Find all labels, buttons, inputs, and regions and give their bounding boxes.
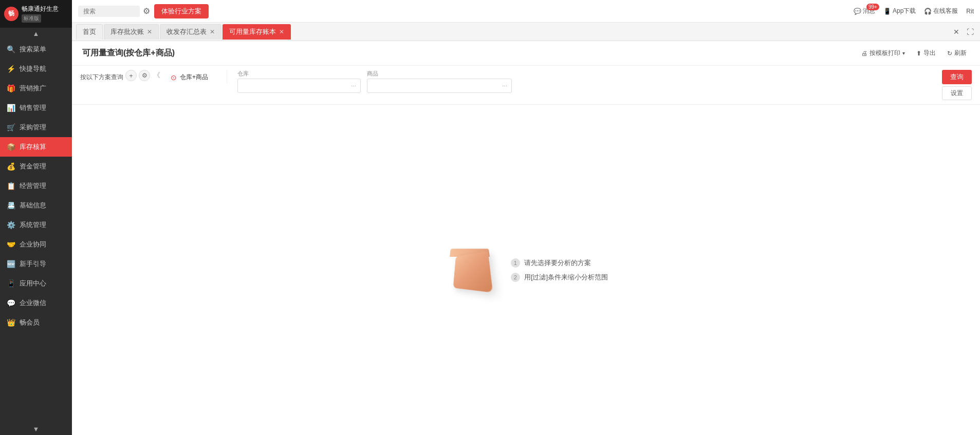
appcenter-icon: 📱 — [6, 279, 15, 288]
tab-summary[interactable]: 收发存汇总表 ✕ — [160, 24, 221, 40]
topbar-left: ⚙ — [78, 6, 150, 17]
tab-summary-close[interactable]: ✕ — [210, 28, 215, 35]
sidebar-item-search[interactable]: 🔍 搜索菜单 — [0, 40, 72, 59]
main-area: ⚙ 体验行业方案 💬 消息 99+ 📱 App下载 🎧 在线客服 Rit 首页 — [72, 0, 980, 435]
scheme-item-warehouse-goods[interactable]: ⊙ 仓库+商品 — [165, 71, 220, 84]
warehouse-more-icon[interactable]: ··· — [351, 82, 356, 89]
tab-home[interactable]: 首页 — [76, 24, 103, 40]
sidebar-item-wechat[interactable]: 💬 企业微信 — [0, 293, 72, 313]
online-service-link[interactable]: 🎧 在线客服 — [924, 7, 958, 15]
sidebar-item-basic[interactable]: 📇 基础信息 — [0, 196, 72, 215]
basic-icon: 📇 — [6, 201, 15, 210]
tab-available[interactable]: 可用量库存账本 ✕ — [223, 24, 291, 40]
goods-input[interactable] — [372, 82, 500, 89]
tab-batch-label: 库存批次账 — [110, 27, 144, 36]
sidebar-item-purchase[interactable]: 🛒 采购管理 — [0, 118, 72, 137]
scroll-down-btn[interactable]: ▼ — [0, 423, 72, 435]
empty-tip-2: 2 用[过滤]条件来缩小分析范围 — [511, 273, 608, 282]
app-download-link[interactable]: 📱 App下载 — [883, 7, 916, 15]
sidebar-item-marketing[interactable]: 🎁 营销推广 — [0, 79, 72, 98]
sidebar-item-member[interactable]: 👑 畅会员 — [0, 313, 72, 332]
finance-icon: 💰 — [6, 162, 15, 171]
scroll-up-btn[interactable]: ▲ — [0, 28, 72, 40]
warehouse-filter-field: 仓库 ··· — [237, 70, 361, 93]
sidebar-item-label: 企业协同 — [20, 240, 46, 249]
sidebar-item-label: 销售管理 — [20, 103, 46, 112]
gear-icon[interactable]: ⚙ — [143, 6, 150, 16]
topbar-right: 💬 消息 99+ 📱 App下载 🎧 在线客服 Rit — [854, 7, 974, 15]
edition-badge: 标准版 — [22, 14, 41, 23]
sidebar-item-inventory[interactable]: 📦 库存核算 — [0, 137, 72, 157]
sidebar-item-operations[interactable]: 📋 经营管理 — [0, 176, 72, 196]
goods-filter-field: 商品 ··· — [367, 70, 512, 93]
search-input[interactable] — [78, 6, 140, 17]
filter-scheme-label: 按以下方案查询 — [80, 70, 123, 82]
tab-available-close[interactable]: ✕ — [279, 28, 284, 35]
tip-text-2: 用[过滤]条件来缩小分析范围 — [524, 273, 608, 282]
operations-icon: 📋 — [6, 181, 15, 191]
scheme-circle-icon: ⊙ — [171, 73, 177, 82]
warehouse-input-container: ··· — [237, 79, 361, 93]
tip-num-2: 2 — [511, 273, 520, 282]
sidebar-item-collab[interactable]: 🤝 企业协同 — [0, 235, 72, 254]
sidebar-item-sales[interactable]: 📊 销售管理 — [0, 98, 72, 118]
sidebar-item-guide[interactable]: 🆕 新手引导 — [0, 254, 72, 274]
filter-settings-button[interactable]: 设置 — [942, 86, 972, 100]
refresh-btn[interactable]: ↻ 刷新 — [944, 47, 970, 59]
goods-more-icon[interactable]: ··· — [502, 82, 507, 89]
page-header: 可用量查询(按仓库+商品) 🖨 按模板打印 ▾ ⬆ 导出 ↻ 刷新 — [72, 41, 980, 66]
logo-icon: 畅 — [4, 7, 19, 21]
sidebar-item-quicknav[interactable]: ⚡ 快捷导航 — [0, 59, 72, 79]
system-icon: ⚙️ — [6, 220, 15, 230]
sidebar-item-label: 系统管理 — [20, 220, 46, 230]
settings-scheme-btn[interactable]: ⚙ — [139, 70, 150, 81]
empty-state: 1 请先选择要分析的方案 2 用[过滤]条件来缩小分析范围 — [72, 105, 980, 435]
sidebar-item-label: 经营管理 — [20, 181, 46, 191]
tab-available-label: 可用量库存账本 — [229, 27, 276, 36]
filter-panel: 按以下方案查询 + ⚙ 《 ⊙ 仓库+商品 仓库 — [72, 66, 980, 105]
message-button[interactable]: 💬 消息 99+ — [854, 7, 875, 15]
member-icon: 👑 — [6, 318, 15, 327]
print-icon: 🖨 — [861, 50, 867, 57]
warehouse-input[interactable] — [242, 82, 349, 89]
box-shape — [453, 251, 493, 293]
tab-batch-close[interactable]: ✕ — [147, 28, 152, 35]
app-name: 畅康通好生意 — [22, 5, 59, 13]
goods-input-container: ··· — [367, 79, 512, 93]
tab-maximize-btn[interactable]: ⛶ — [965, 27, 976, 37]
sidebar-item-label: 新手引导 — [20, 259, 46, 269]
phone-icon: 📱 — [883, 8, 891, 15]
topbar: ⚙ 体验行业方案 💬 消息 99+ 📱 App下载 🎧 在线客服 Rit — [72, 0, 980, 23]
guide-icon: 🆕 — [6, 259, 15, 269]
tab-close-all-btn[interactable]: ✕ — [951, 27, 961, 37]
sidebar-item-label: 应用中心 — [20, 279, 46, 288]
collapse-icon[interactable]: 《 — [152, 70, 161, 81]
sidebar-item-label: 基础信息 — [20, 201, 46, 210]
warehouse-label: 仓库 — [237, 70, 361, 78]
content-area: 可用量查询(按仓库+商品) 🖨 按模板打印 ▾ ⬆ 导出 ↻ 刷新 — [72, 41, 980, 435]
tabbar: 首页 库存批次账 ✕ 收发存汇总表 ✕ 可用量库存账本 ✕ ✕ ⛶ — [72, 23, 980, 41]
sidebar-item-label: 库存核算 — [20, 142, 46, 152]
sidebar-item-finance[interactable]: 💰 资金管理 — [0, 157, 72, 176]
chevron-down-icon: ▾ — [902, 50, 905, 56]
sidebar-item-appcenter[interactable]: 📱 应用中心 — [0, 274, 72, 293]
sidebar-item-label: 采购管理 — [20, 123, 46, 132]
gift-icon: 🎁 — [6, 84, 15, 93]
export-btn[interactable]: ⬆ 导出 — [913, 47, 939, 59]
query-button[interactable]: 查询 — [942, 70, 972, 84]
username-display: Rit — [966, 8, 974, 15]
print-template-btn[interactable]: 🖨 按模板打印 ▾ — [858, 47, 908, 59]
sidebar-item-label: 资金管理 — [20, 162, 46, 171]
sidebar-scroll: 🔍 搜索菜单 ⚡ 快捷导航 🎁 营销推广 📊 销售管理 🛒 采购管理 📦 库存核… — [0, 40, 72, 423]
sidebar-item-label: 营销推广 — [20, 84, 46, 93]
sidebar-item-system[interactable]: ⚙️ 系统管理 — [0, 215, 72, 235]
headset-icon: 🎧 — [924, 8, 932, 15]
trial-button[interactable]: 体验行业方案 — [154, 4, 209, 18]
purchase-icon: 🛒 — [6, 123, 15, 132]
add-scheme-btn[interactable]: + — [125, 70, 137, 81]
filter-actions: 查询 设置 — [942, 70, 972, 100]
tab-batch[interactable]: 库存批次账 ✕ — [104, 24, 159, 40]
sidebar-item-label: 搜索菜单 — [20, 45, 46, 54]
export-icon: ⬆ — [916, 50, 921, 57]
sidebar-header: 畅 畅康通好生意 标准版 — [0, 0, 72, 28]
